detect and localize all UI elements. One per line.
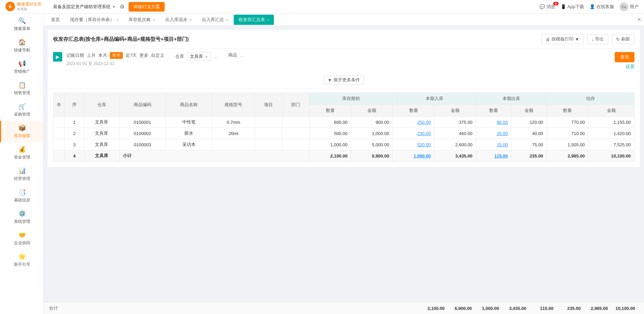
operations-icon: 📊 <box>18 167 26 175</box>
app-icon: 📱 <box>561 4 566 9</box>
sidebar-item-finance[interactable]: 💰 资金管理 <box>0 142 43 164</box>
tab-close-inventory-dist[interactable]: × <box>116 18 118 22</box>
tab-close-in-out-flow[interactable]: × <box>189 18 192 22</box>
system-name[interactable]: 装备及固定资产辅助管理系统 ▼ <box>53 4 116 10</box>
tab-inventory-dist[interactable]: 现存量（库存分布表） × <box>65 15 123 25</box>
col-header-warehouse: 仓库 <box>84 93 119 117</box>
industry-btn[interactable]: 体验行业方案 <box>129 2 165 12</box>
row-in-qty[interactable]: 520.00 <box>393 139 434 150</box>
footer-closing-qty: 2,985.00 <box>584 306 611 311</box>
sales-icon: 📋 <box>18 81 26 89</box>
tab-close-in-out-summary[interactable]: × <box>226 18 228 22</box>
table-footer: 合计 2,100.00 6,900.00 1,000.00 3,435.00 1… <box>44 302 644 314</box>
subtotal-label: 小计 <box>119 150 309 162</box>
expand-conditions-btn[interactable]: ▼ 展开更多条件 <box>324 75 364 85</box>
row-opening-qty: 600.00 <box>309 117 351 128</box>
filter-toggle-btn[interactable]: ▶ <box>53 52 62 62</box>
page-header: 收发存汇总表(按仓库+商品编码+商品+规格型号+项目+部门) 🖨 按模板打印 ▼… <box>48 30 640 49</box>
row-in-amt: 375.00 <box>434 117 476 128</box>
sidebar-item-basic[interactable]: 📑 基础信息 <box>0 185 43 206</box>
table-subtotal-row: 4 文具库 小计 2,100.00 6,900.00 1,000.00 3,43… <box>53 150 634 162</box>
row-settings <box>53 117 65 128</box>
row-out-qty[interactable]: 20.00 <box>476 128 511 139</box>
date-custom[interactable]: 自定义 <box>151 52 164 59</box>
date-7days[interactable]: 近7天 <box>126 52 137 59</box>
tab-in-out-summary[interactable]: 出入库汇总 × <box>197 15 233 25</box>
enterprise-icon: 🤝 <box>18 231 26 239</box>
sidebar-item-inventory[interactable]: 📦 库存核算 <box>0 121 43 142</box>
page-area: 收发存汇总表(按仓库+商品编码+商品+规格型号+项目+部门) 🖨 按模板打印 ▼… <box>44 26 644 302</box>
date-more[interactable]: 更多 <box>139 52 148 59</box>
row-in-qty[interactable]: 250.00 <box>393 117 434 128</box>
top-bar: 6 畅捷通好生意 标准版 装备及固定资产辅助管理系统 ▼ ⚙ 体验行业方案 💬 … <box>0 0 644 14</box>
sidebar-item-enterprise[interactable]: 🤝 企业协同 <box>0 228 43 249</box>
table-settings-icon[interactable]: ⚙ <box>57 102 61 107</box>
goods-filter-label: 商品 <box>228 52 237 58</box>
subtotal-closing-amt: 10,100.00 <box>589 150 634 162</box>
app-download-btn[interactable]: 📱 App下载 <box>561 4 584 10</box>
row-name: 中性笔 <box>166 117 212 128</box>
col-header-no: 序 <box>65 93 84 117</box>
col-out-amt: 金额 <box>511 105 547 117</box>
setting-link[interactable]: 设置 <box>626 64 634 70</box>
table-settings-header[interactable]: ⚙ <box>53 93 65 117</box>
row-closing-amt: 1,155.00 <box>589 117 634 128</box>
page-close-icon[interactable]: ✕ <box>637 16 641 23</box>
refresh-btn[interactable]: ↻ 刷新 <box>612 34 634 44</box>
message-btn[interactable]: 💬 消息 6 <box>540 4 555 10</box>
row-out-qty[interactable]: 80.00 <box>476 117 511 128</box>
row-opening-qty: 500.00 <box>309 128 351 139</box>
user-btn[interactable]: Ea 用户 <box>620 2 639 11</box>
row-warehouse: 文具库 <box>84 117 119 128</box>
footer-in-amt: 3,435.00 <box>502 306 530 311</box>
sidebar-item-quick-nav[interactable]: 🏠 快捷导航 <box>0 35 43 56</box>
sidebar-item-sales[interactable]: 📋 销售管理 <box>0 78 43 99</box>
subtotal-out-qty[interactable]: 115.00 <box>476 150 511 162</box>
date-this-month[interactable]: 本月 <box>98 52 107 59</box>
export-btn[interactable]: ↓ 导出 <box>587 34 609 44</box>
print-icon: 🖨 <box>546 37 550 42</box>
row-spec <box>212 139 255 150</box>
col-opening-qty: 数量 <box>309 105 351 117</box>
row-code: 0100001 <box>119 117 166 128</box>
row-spec: 20ml <box>212 128 255 139</box>
row-in-amt: 460.00 <box>434 128 476 139</box>
date-this-year[interactable]: 本年 <box>110 52 123 59</box>
subtotal-in-qty[interactable]: 1,000.00 <box>393 150 434 162</box>
query-btn[interactable]: 查询 <box>615 52 634 62</box>
sidebar-item-marketing[interactable]: 📢 营销推广 <box>0 56 43 78</box>
subtotal-closing-qty: 2,985.00 <box>547 150 588 162</box>
row-out-qty[interactable]: 15.00 <box>476 139 511 150</box>
guide-icon: 🌟 <box>18 253 26 260</box>
gear-button[interactable]: ⚙ <box>120 3 125 10</box>
tab-home[interactable]: 首页 <box>46 15 65 25</box>
message-badge: 6 <box>553 2 559 5</box>
sidebar-item-search[interactable]: 🔍 搜索菜单 <box>0 14 43 35</box>
tab-close-receive-send[interactable]: × <box>267 18 269 22</box>
row-code: 0100002 <box>119 128 166 139</box>
tab-close-batch-account[interactable]: × <box>153 18 155 22</box>
logo-text: 畅捷通好生意 <box>17 2 42 6</box>
purchase-icon: 🛒 <box>18 103 26 110</box>
goods-more[interactable]: ... <box>240 53 244 58</box>
sidebar-item-guide[interactable]: 🌟 新手引导 <box>0 249 43 271</box>
online-service-btn[interactable]: 👤 在线客服 <box>590 4 614 10</box>
warehouse-tag[interactable]: 文具库 × <box>187 52 211 61</box>
tab-receive-send[interactable]: 收发存汇总表 × <box>234 15 274 25</box>
date-filter-label: 记账日期 <box>66 52 84 59</box>
sidebar-item-system[interactable]: ⚙️ 系统管理 <box>0 206 43 228</box>
warehouse-more[interactable]: ... <box>214 54 217 59</box>
sidebar-item-operations[interactable]: 📊 经营管理 <box>0 164 43 185</box>
data-table: ⚙ 序 仓库 商品编码 商品名称 规格型号 项目 部门 库存期初 本期入库 <box>53 93 634 162</box>
tab-in-out-flow[interactable]: 出入库流水 × <box>161 15 196 25</box>
date-last-month[interactable]: 上月 <box>87 52 96 59</box>
system-icon: ⚙️ <box>18 210 26 217</box>
tab-batch-account[interactable]: 库存批次账 × <box>124 15 160 25</box>
warehouse-tag-close[interactable]: × <box>205 54 208 59</box>
row-project <box>255 139 282 150</box>
sidebar-item-purchase[interactable]: 🛒 采购管理 <box>0 99 43 121</box>
row-in-qty[interactable]: 230.00 <box>393 128 434 139</box>
footer-values: 2,100.00 6,900.00 1,000.00 3,435.00 115.… <box>65 306 639 311</box>
subtotal-opening-amt: 6,900.00 <box>351 150 393 162</box>
print-template-btn[interactable]: 🖨 按模板打印 ▼ <box>541 34 584 44</box>
